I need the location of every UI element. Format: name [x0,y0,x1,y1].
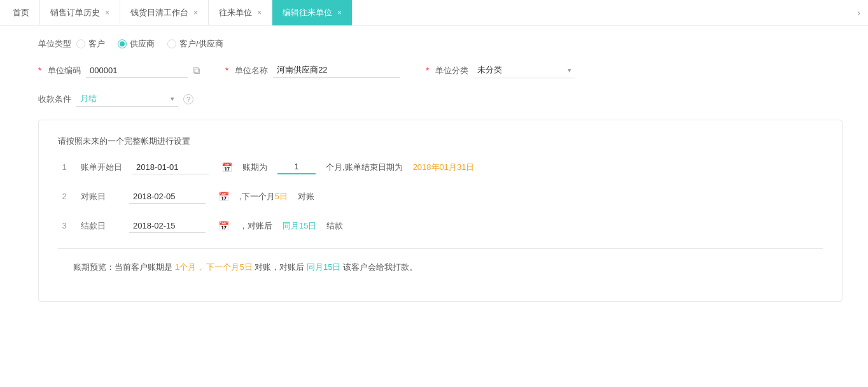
step1-calendar-icon[interactable]: 📅 [221,162,232,172]
radio-supplier-circle [118,39,127,48]
unit-code-input[interactable] [86,64,188,78]
unit-type-label: 单位类型 [38,38,71,50]
step2-row: 2 对账日 📅 ,下一个月5日 对账 [58,190,823,204]
tab-edit-partner-unit[interactable]: 编辑往来单位 × [272,0,353,25]
main-content: 单位类型 客户 供应商 客户/供应商 * 单位编码 [0,25,868,387]
unit-category-field: * 单位分类 未分类 ▾ [426,62,575,78]
payment-condition-field: 收款条件 月结 ▾ ? [38,91,193,107]
unit-type-row: 单位类型 客户 供应商 客户/供应商 [38,38,843,50]
preview-middle: 下一个月5日 [206,262,252,272]
tab-cash-work-bench-close[interactable]: × [193,8,198,17]
step3-suffix3: 结款 [326,220,343,232]
tab-partner-unit-label: 往来单位 [219,7,252,18]
preview-suffix: 该客户会给我打款。 [343,262,417,272]
step1-period-suffix: 个月,账单结束日期为 [326,162,403,173]
step2-day-highlight: 5日 [275,192,288,201]
card-title: 请按照未来的一个完整帐期进行设置 [58,136,823,147]
step1-label: 账单开始日 [81,162,122,173]
tabs-bar: 首页 销售订单历史 × 钱货日清工作台 × 往来单位 × 编辑往来单位 × › [0,0,868,25]
payment-condition-help-icon[interactable]: ? [183,94,193,104]
step1-row: 1 账单开始日 📅 账期为 个月,账单结束日期为 2018年01月31日 [58,160,823,174]
tab-edit-partner-unit-label: 编辑往来单位 [283,7,332,18]
tab-home[interactable]: 首页 [0,0,40,25]
tab-scroll-right[interactable]: › [850,8,868,18]
step2-calendar-icon[interactable]: 📅 [218,192,229,202]
payment-condition-chevron-icon: ▾ [171,95,174,103]
unit-name-field: * 单位名称 [225,64,400,78]
tab-home-label: 首页 [13,7,29,18]
step3-number: 3 [58,220,71,232]
radio-supplier[interactable]: 供应商 [118,38,155,50]
unit-type-field: 单位类型 客户 供应商 客户/供应商 [38,38,223,50]
unit-type-radio-group: 客户 供应商 客户/供应商 [76,38,223,50]
billing-cycle-card: 请按照未来的一个完整帐期进行设置 1 账单开始日 📅 账期为 个月,账单结束日期… [38,120,843,302]
payment-condition-select[interactable]: 月结 ▾ [76,91,178,107]
step2-suffix2: 对账 [298,191,314,202]
radio-customer-supplier[interactable]: 客户/供应商 [167,38,223,50]
radio-customer-circle [76,39,85,48]
step2-label: 对账日 [81,191,119,202]
unit-category-required: * [426,66,429,75]
unit-code-field: * 单位编码 ⧉ [38,64,200,78]
step3-row: 3 结款日 📅 ，对账后 同月15日 结款 [58,219,823,233]
step3-label: 结款日 [81,220,119,232]
tab-cash-work-bench-label: 钱货日清工作台 [130,7,188,18]
tab-edit-partner-unit-close[interactable]: × [337,8,342,17]
preview-prefix: 账期预览：当前客户账期是 [73,262,172,272]
preview-row: 账期预览：当前客户账期是 1个月， 下一个月5日 对账，对账后 同月15日 该客… [58,248,823,286]
unit-code-copy-icon[interactable]: ⧉ [193,65,200,76]
unit-info-row: * 单位编码 ⧉ * 单位名称 * 单位分类 未分类 ▾ [38,62,843,78]
preview-teal-highlight: 同月15日 [307,262,340,272]
unit-category-label: 单位分类 [435,65,468,76]
radio-supplier-label: 供应商 [130,38,155,50]
payment-condition-value: 月结 [80,93,168,104]
tab-cash-work-bench[interactable]: 钱货日清工作台 × [120,0,209,25]
payment-condition-row: 收款条件 月结 ▾ ? [38,91,843,107]
step1-number: 1 [58,161,71,174]
tab-partner-unit[interactable]: 往来单位 × [209,0,272,25]
unit-category-value: 未分类 [477,64,565,76]
payment-condition-label: 收款条件 [38,94,71,105]
radio-customer-label: 客户 [88,38,105,50]
tab-sales-order-history-close[interactable]: × [105,8,109,17]
preview-middle2: 对账，对账后 [255,262,304,272]
step1-period-label: 账期为 [242,162,267,173]
unit-name-input[interactable] [273,64,400,78]
step1-period-input[interactable] [277,160,316,174]
unit-name-required: * [225,66,228,75]
unit-category-select[interactable]: 未分类 ▾ [473,62,575,78]
unit-code-label: 单位编码 [48,65,81,76]
step3-calendar-icon[interactable]: 📅 [218,221,229,231]
radio-customer-supplier-circle [167,39,176,48]
step2-date-input[interactable] [129,190,206,204]
preview-period-highlight: 1个月， [175,262,204,272]
step3-date-input[interactable] [129,219,206,233]
unit-code-required: * [38,66,41,75]
preview-text: 账期预览：当前客户账期是 1个月， 下一个月5日 对账，对账后 同月15日 该客… [73,262,417,272]
tab-partner-unit-close[interactable]: × [257,8,262,17]
tab-sales-order-history-label: 销售订单历史 [50,7,100,18]
step3-suffix-text: ，对账后 [239,220,272,232]
tab-sales-order-history[interactable]: 销售订单历史 × [40,0,120,25]
unit-name-label: 单位名称 [235,65,268,76]
step2-suffix-text: ,下一个月5日 [239,191,288,202]
step1-period-end-date: 2018年01月31日 [413,162,475,173]
radio-customer-supplier-label: 客户/供应商 [179,38,223,50]
radio-customer[interactable]: 客户 [76,38,105,50]
unit-category-chevron-icon: ▾ [568,66,571,74]
step2-number: 2 [58,190,71,203]
step1-date-input[interactable] [132,160,209,174]
step3-teal-highlight: 同月15日 [283,220,316,232]
